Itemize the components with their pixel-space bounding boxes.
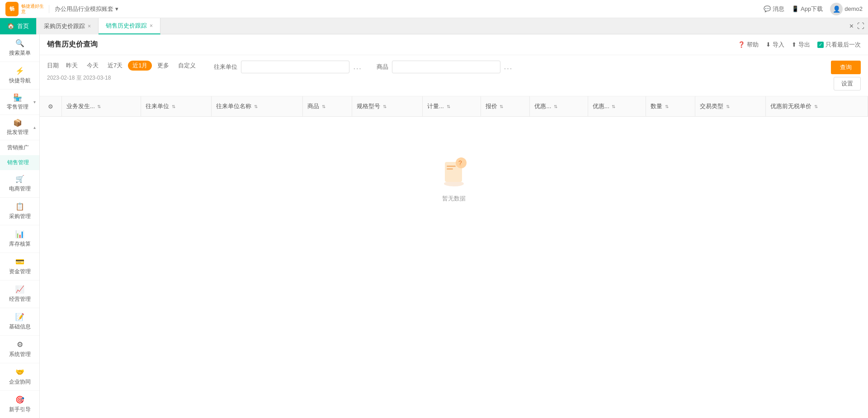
product-filter-col: 商品 ... [377, 61, 513, 73]
tab-purchase-close[interactable]: × [88, 23, 91, 29]
sort-icon-biz-date: ⇅ [97, 104, 101, 109]
partner-filter-group: 往来单位 ... [214, 61, 362, 73]
sidebar-item-guide[interactable]: 🎯 新手引导 [0, 391, 39, 418]
wholesale-icon: 📦 [13, 119, 22, 127]
date-range-buttons: 昨天 今天 近7天 近1月 更多 自定义 [62, 61, 199, 71]
only-last-checkbox[interactable]: ✓ 只看最后一次 [817, 41, 861, 49]
setting-button[interactable]: 设置 [834, 77, 861, 90]
help-action[interactable]: ❓ 帮助 [738, 41, 759, 49]
th-unit-label: 计量... [427, 103, 444, 109]
table-header-row: ⚙ 业务发生... ⇅ 往来单位 ⇅ 往来单位名称 [40, 96, 868, 117]
th-product[interactable]: 商品 ⇅ [303, 96, 352, 117]
sidebar-item-shortcut[interactable]: ⚡ 快捷导航 [0, 62, 39, 90]
th-partner-code[interactable]: 往来单位 ⇅ [141, 96, 212, 117]
operations-icon: 📈 [15, 285, 24, 294]
sidebar-item-marketing[interactable]: 营销推广 [0, 140, 39, 155]
th-spec[interactable]: 规格型号 ⇅ [352, 96, 423, 117]
sidebar-item-retail[interactable]: 🏪 零售管理 ▾ [0, 90, 39, 115]
tab-purchase-history[interactable]: 采购历史价跟踪 × [37, 18, 99, 34]
system-icon: ⚙ [17, 340, 23, 349]
date-filter-col: 日期 昨天 今天 近7天 近1月 更多 自定义 2023-02-18 至 202… [47, 61, 199, 82]
date-btn-today[interactable]: 今天 [83, 61, 102, 71]
product-filter-input[interactable] [392, 61, 500, 73]
th-quantity[interactable]: 数量 ⇅ [646, 96, 695, 117]
sidebar-item-enterprise[interactable]: 🤝 企业协同 [0, 363, 39, 391]
sidebar-item-search[interactable]: 🔍 搜索菜单 [0, 34, 39, 62]
message-label: 消息 [773, 5, 784, 13]
sidebar-item-wholesale[interactable]: 📦 批发管理 ▴ [0, 115, 39, 140]
message-action[interactable]: 💬 消息 [764, 5, 784, 13]
sidebar-item-finance[interactable]: 💳 资金管理 [0, 253, 39, 280]
th-spec-label: 规格型号 [357, 103, 380, 109]
download-label: App下载 [801, 5, 823, 13]
th-biz-date[interactable]: 业务发生... ⇅ [62, 96, 141, 117]
export-action[interactable]: ⬆ 导出 [792, 41, 810, 49]
sort-icon-product: ⇅ [322, 104, 326, 109]
sidebar-item-system[interactable]: ⚙ 系统管理 [0, 336, 39, 363]
help-icon: ❓ [738, 41, 745, 48]
th-trade-type[interactable]: 交易类型 ⇅ [695, 96, 766, 117]
product-filter-group: 商品 ... [377, 61, 513, 73]
close-all-tabs-button[interactable]: × [849, 22, 854, 30]
sort-icon-trade-type: ⇅ [726, 104, 730, 109]
th-discount2[interactable]: 优惠... ⇅ [588, 96, 646, 117]
date-btn-more[interactable]: 更多 [154, 61, 173, 71]
product-filter-label: 商品 [377, 63, 388, 71]
product-filter-dots[interactable]: ... [504, 63, 513, 71]
page-title: 销售历史价查询 [47, 40, 98, 49]
partner-filter-dots[interactable]: ... [353, 63, 362, 71]
th-partner-name[interactable]: 往来单位名称 ⇅ [211, 96, 302, 117]
th-quoted-price-label: 报价 [486, 103, 497, 109]
header-right: 💬 消息 📱 App下载 👤 demo2 [764, 3, 863, 15]
sort-icon-quantity: ⇅ [665, 104, 669, 109]
user-label: demo2 [844, 5, 863, 12]
ecommerce-icon: 🛒 [15, 175, 24, 183]
sidebar-item-sales-mgmt[interactable]: 销售管理 [0, 155, 39, 170]
sidebar-item-operations[interactable]: 📈 经营管理 [0, 280, 39, 308]
filter-row: 日期 昨天 今天 近7天 近1月 更多 自定义 2023-02-18 至 202… [47, 61, 861, 90]
th-quantity-label: 数量 [651, 103, 662, 109]
th-settings[interactable]: ⚙ [40, 96, 62, 117]
date-btn-custom[interactable]: 自定义 [175, 61, 199, 71]
svg-text:?: ? [458, 159, 462, 166]
date-btn-last7days[interactable]: 近7天 [104, 61, 126, 71]
tab-home[interactable]: 🏠 首页 [0, 18, 37, 34]
filter-bar: 日期 昨天 今天 近7天 近1月 更多 自定义 2023-02-18 至 202… [40, 55, 868, 96]
date-btn-yesterday[interactable]: 昨天 [62, 61, 81, 71]
empty-state: ? 暂无数据 [40, 117, 868, 239]
th-pre-tax-price[interactable]: 优惠前无税单价 ⇅ [766, 96, 868, 117]
tab-purchase-label: 采购历史价跟踪 [44, 22, 85, 30]
app-selector[interactable]: 办公用品行业模拟账套 ▾ [49, 5, 118, 13]
sidebar-item-purchase[interactable]: 📋 采购管理 [0, 198, 39, 225]
sidebar-item-ecommerce[interactable]: 🛒 电商管理 [0, 170, 39, 198]
th-quoted-price[interactable]: 报价 ⇅ [481, 96, 530, 117]
download-action[interactable]: 📱 App下载 [792, 5, 823, 13]
th-unit[interactable]: 计量... ⇅ [423, 96, 481, 117]
query-button[interactable]: 查询 [831, 61, 861, 74]
partner-filter-label: 往来单位 [214, 63, 237, 71]
purchase-icon: 📋 [15, 202, 24, 211]
date-btn-last1month[interactable]: 近1月 [128, 61, 152, 71]
th-discount1[interactable]: 优惠... ⇅ [530, 96, 588, 117]
th-product-label: 商品 [307, 103, 319, 109]
import-action[interactable]: ⬇ 导入 [766, 41, 784, 49]
top-header: 畅 畅捷通好生意 办公用品行业模拟账套 ▾ 💬 消息 📱 App下载 👤 dem… [0, 0, 868, 18]
sidebar-ecommerce-label: 电商管理 [9, 185, 31, 193]
user-area[interactable]: 👤 demo2 [830, 3, 863, 15]
only-last-label: 只看最后一次 [826, 41, 861, 49]
sidebar-item-inventory[interactable]: 📊 库存核算 [0, 225, 39, 253]
tab-bar: 🏠 首页 采购历史价跟踪 × 销售历史价跟踪 × × ⛶ [0, 18, 868, 34]
shortcut-icon: ⚡ [15, 66, 24, 75]
table-settings-icon[interactable]: ⚙ [44, 100, 57, 113]
partner-filter-input[interactable] [241, 61, 349, 73]
help-label: 帮助 [747, 41, 759, 49]
inventory-icon: 📊 [15, 230, 24, 238]
sidebar-item-basic-info[interactable]: 📝 基础信息 [0, 308, 39, 336]
page-content: 销售历史价查询 ❓ 帮助 ⬇ 导入 ⬆ 导出 ✓ [40, 34, 868, 418]
tab-sales-history[interactable]: 销售历史价跟踪 × [99, 18, 160, 34]
expand-button[interactable]: ⛶ [857, 22, 864, 30]
tab-sales-close[interactable]: × [150, 23, 153, 29]
th-partner-code-label: 往来单位 [146, 103, 169, 109]
svg-rect-3 [447, 168, 453, 170]
sidebar-enterprise-label: 企业协同 [9, 378, 31, 386]
